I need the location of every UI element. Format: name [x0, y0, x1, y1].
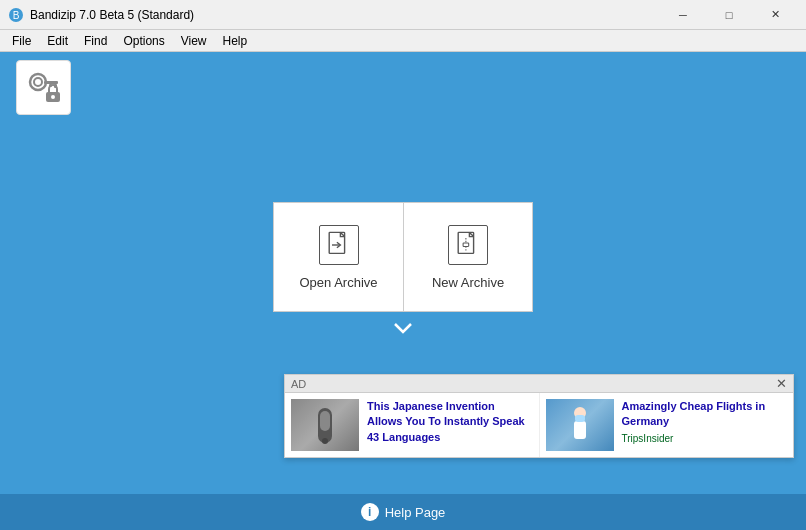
- title-bar-controls: ─ □ ✕: [660, 0, 798, 30]
- ad-header: AD ✕: [285, 375, 793, 393]
- ad-thumb-1: [291, 399, 359, 451]
- close-button[interactable]: ✕: [752, 0, 798, 30]
- menu-view[interactable]: View: [173, 32, 215, 50]
- app-logo: [16, 60, 71, 115]
- main-area: Open Archive New Archive: [0, 52, 806, 494]
- menu-options[interactable]: Options: [115, 32, 172, 50]
- menu-bar: File Edit Find Options View Help: [0, 30, 806, 52]
- minimize-button[interactable]: ─: [660, 0, 706, 30]
- menu-find[interactable]: Find: [76, 32, 115, 50]
- ad-content: This Japanese Invention Allows You To In…: [285, 393, 793, 457]
- footer[interactable]: i Help Page: [0, 494, 806, 530]
- svg-point-16: [322, 438, 328, 444]
- ad-thumb-2: [546, 399, 614, 451]
- footer-label: Help Page: [385, 505, 446, 520]
- new-archive-label: New Archive: [432, 275, 504, 290]
- ad-item-2[interactable]: Amazingly Cheap Flights in Germany Trips…: [540, 393, 794, 457]
- ad-text-2: Amazingly Cheap Flights in Germany Trips…: [622, 399, 788, 451]
- open-archive-icon: [319, 225, 359, 265]
- ad-title-1[interactable]: This Japanese Invention Allows You To In…: [367, 399, 533, 445]
- svg-rect-19: [575, 415, 585, 422]
- help-icon: i: [361, 503, 379, 521]
- open-archive-label: Open Archive: [299, 275, 377, 290]
- ad-item-1[interactable]: This Japanese Invention Allows You To In…: [285, 393, 540, 457]
- action-buttons: Open Archive New Archive: [273, 202, 533, 312]
- title-bar-text: Bandizip 7.0 Beta 5 (Standard): [30, 8, 660, 22]
- ad-label: AD: [291, 378, 306, 390]
- menu-file[interactable]: File: [4, 32, 39, 50]
- svg-text:B: B: [13, 10, 20, 21]
- ad-close-button[interactable]: ✕: [776, 377, 787, 390]
- expand-arrow[interactable]: [393, 320, 413, 338]
- ad-bar: AD ✕ This Japanese Invention Allows You …: [284, 374, 794, 458]
- svg-rect-13: [463, 242, 469, 246]
- menu-help[interactable]: Help: [215, 32, 256, 50]
- ad-source-2: TripsInsider: [622, 432, 788, 446]
- new-archive-icon: [448, 225, 488, 265]
- svg-point-8: [51, 95, 55, 99]
- svg-rect-18: [574, 421, 586, 439]
- open-archive-button[interactable]: Open Archive: [273, 202, 403, 312]
- svg-rect-4: [44, 81, 58, 84]
- ad-title-2[interactable]: Amazingly Cheap Flights in Germany: [622, 399, 788, 430]
- title-bar: B Bandizip 7.0 Beta 5 (Standard) ─ □ ✕: [0, 0, 806, 30]
- svg-rect-15: [320, 411, 330, 431]
- svg-point-3: [34, 78, 42, 86]
- menu-edit[interactable]: Edit: [39, 32, 76, 50]
- ad-text-1: This Japanese Invention Allows You To In…: [367, 399, 533, 451]
- logo-container: [16, 60, 71, 115]
- svg-point-2: [30, 74, 46, 90]
- app-icon: B: [8, 7, 24, 23]
- maximize-button[interactable]: □: [706, 0, 752, 30]
- new-archive-button[interactable]: New Archive: [403, 202, 533, 312]
